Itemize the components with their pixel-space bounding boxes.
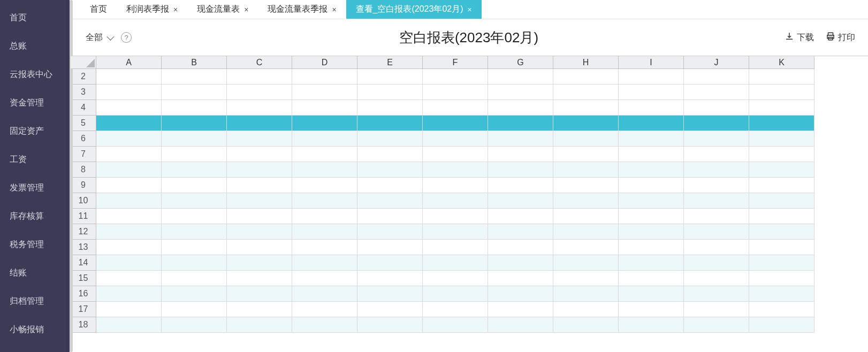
cell-K16[interactable] (749, 286, 814, 302)
cell-K7[interactable] (749, 147, 814, 162)
cell-F10[interactable] (423, 193, 488, 209)
print-button[interactable]: 打印 (826, 32, 855, 43)
filter-dropdown[interactable]: 全部 ? (86, 32, 132, 43)
sidebar-item-8[interactable]: 税务管理 (0, 230, 70, 258)
cell-E6[interactable] (357, 131, 423, 147)
cell-E3[interactable] (357, 85, 423, 100)
tab-3[interactable]: 现金流量表季报× (258, 0, 346, 19)
cell-B16[interactable] (162, 286, 227, 302)
cell-G4[interactable] (488, 100, 553, 116)
cell-E16[interactable] (357, 286, 423, 302)
cell-I9[interactable] (619, 178, 684, 193)
cell-K2[interactable] (749, 69, 814, 85)
cell-J5[interactable] (684, 116, 749, 131)
cell-F16[interactable] (423, 286, 488, 302)
row-header-14[interactable]: 14 (71, 255, 96, 271)
cell-D9[interactable] (292, 178, 357, 193)
cell-A8[interactable] (96, 162, 162, 178)
cell-D14[interactable] (292, 255, 357, 271)
cell-J6[interactable] (684, 131, 749, 147)
cell-C2[interactable] (227, 69, 292, 85)
cell-K5[interactable] (749, 116, 814, 131)
cell-C14[interactable] (227, 255, 292, 271)
cell-B10[interactable] (162, 193, 227, 209)
cell-D8[interactable] (292, 162, 357, 178)
cell-B5[interactable] (162, 116, 227, 131)
sidebar-item-11[interactable]: 小畅报销 (0, 315, 70, 343)
cell-B3[interactable] (162, 85, 227, 100)
close-icon[interactable]: × (244, 6, 248, 13)
cell-K3[interactable] (749, 85, 814, 100)
cell-C10[interactable] (227, 193, 292, 209)
cell-E7[interactable] (357, 147, 423, 162)
col-header-K[interactable]: K (749, 56, 814, 69)
cell-C17[interactable] (227, 302, 292, 317)
cell-F9[interactable] (423, 178, 488, 193)
cell-A16[interactable] (96, 286, 162, 302)
cell-B13[interactable] (162, 240, 227, 255)
cell-H5[interactable] (553, 116, 619, 131)
cell-H14[interactable] (553, 255, 619, 271)
cell-D10[interactable] (292, 193, 357, 209)
spreadsheet[interactable]: ABCDEFGHIJK23456789101112131415161718 (70, 56, 868, 352)
cell-E10[interactable] (357, 193, 423, 209)
cell-D18[interactable] (292, 317, 357, 333)
cell-I11[interactable] (619, 209, 684, 224)
sidebar-item-0[interactable]: 首页 (0, 3, 70, 32)
cell-C6[interactable] (227, 131, 292, 147)
col-header-C[interactable]: C (227, 56, 292, 69)
col-header-J[interactable]: J (684, 56, 749, 69)
cell-G9[interactable] (488, 178, 553, 193)
cell-D4[interactable] (292, 100, 357, 116)
cell-I14[interactable] (619, 255, 684, 271)
cell-K6[interactable] (749, 131, 814, 147)
cell-A2[interactable] (96, 69, 162, 85)
col-header-D[interactable]: D (292, 56, 357, 69)
cell-F5[interactable] (423, 116, 488, 131)
row-header-17[interactable]: 17 (71, 302, 96, 317)
cell-H12[interactable] (553, 224, 619, 240)
cell-I6[interactable] (619, 131, 684, 147)
cell-E15[interactable] (357, 271, 423, 286)
cell-E18[interactable] (357, 317, 423, 333)
cell-G14[interactable] (488, 255, 553, 271)
cell-B6[interactable] (162, 131, 227, 147)
cell-I7[interactable] (619, 147, 684, 162)
cell-D2[interactable] (292, 69, 357, 85)
cell-H6[interactable] (553, 131, 619, 147)
cell-G16[interactable] (488, 286, 553, 302)
cell-I16[interactable] (619, 286, 684, 302)
row-header-7[interactable]: 7 (71, 147, 96, 162)
close-icon[interactable]: × (332, 6, 336, 13)
cell-J15[interactable] (684, 271, 749, 286)
cell-D3[interactable] (292, 85, 357, 100)
cell-A5[interactable] (96, 116, 162, 131)
cell-I3[interactable] (619, 85, 684, 100)
sidebar-item-9[interactable]: 结账 (0, 258, 70, 287)
col-header-G[interactable]: G (488, 56, 553, 69)
cell-J12[interactable] (684, 224, 749, 240)
cell-G15[interactable] (488, 271, 553, 286)
cell-F3[interactable] (423, 85, 488, 100)
cell-J9[interactable] (684, 178, 749, 193)
cell-F8[interactable] (423, 162, 488, 178)
cell-H13[interactable] (553, 240, 619, 255)
cell-C9[interactable] (227, 178, 292, 193)
cell-D12[interactable] (292, 224, 357, 240)
cell-I15[interactable] (619, 271, 684, 286)
cell-E17[interactable] (357, 302, 423, 317)
cell-H10[interactable] (553, 193, 619, 209)
cell-K8[interactable] (749, 162, 814, 178)
row-header-6[interactable]: 6 (71, 131, 96, 147)
cell-B15[interactable] (162, 271, 227, 286)
cell-G5[interactable] (488, 116, 553, 131)
cell-E5[interactable] (357, 116, 423, 131)
cell-A15[interactable] (96, 271, 162, 286)
cell-J10[interactable] (684, 193, 749, 209)
cell-H3[interactable] (553, 85, 619, 100)
close-icon[interactable]: × (468, 6, 472, 13)
cell-C3[interactable] (227, 85, 292, 100)
cell-D5[interactable] (292, 116, 357, 131)
cell-K17[interactable] (749, 302, 814, 317)
tab-2[interactable]: 现金流量表× (187, 0, 258, 19)
